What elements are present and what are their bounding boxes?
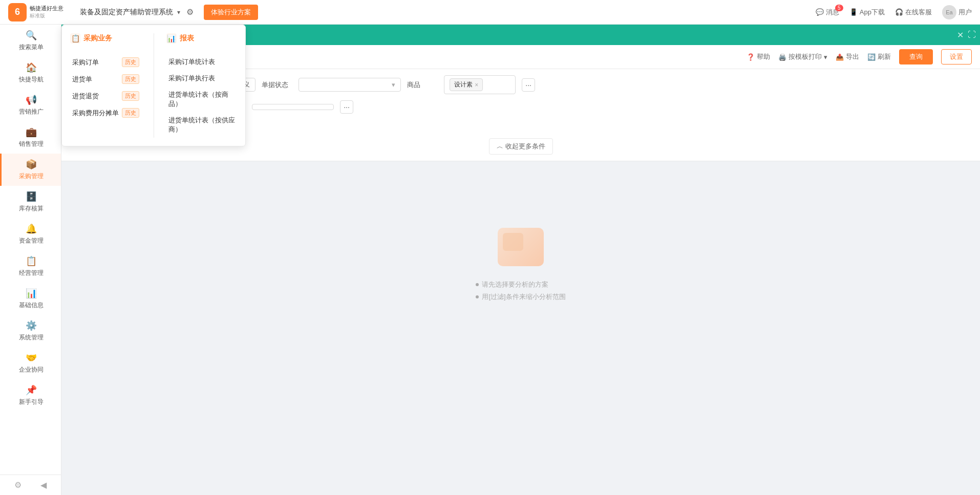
- dropdown-item-order-exec[interactable]: 采购订单执行表: [166, 70, 238, 87]
- sidebar-item-operations[interactable]: 📋 经营管理: [0, 250, 61, 283]
- system-title-dropdown[interactable]: ▾: [177, 9, 180, 16]
- inventory-icon: 🗄️: [26, 191, 37, 202]
- avatar: Ea: [942, 5, 956, 19]
- sidebar-item-label: 资金管理: [19, 236, 44, 245]
- clipboard-icon: 📋: [26, 255, 37, 267]
- message-btn[interactable]: 💬 消息 5: [816, 8, 839, 17]
- sidebar-item-label: 系统管理: [19, 333, 44, 342]
- sidebar-item-cooperation[interactable]: 🤝 企业协同: [0, 347, 61, 379]
- search-icon: 🔍: [26, 30, 37, 41]
- top-right-actions: 💬 消息 5 📱 App下载 🎧 在线客服 Ea 用户: [816, 5, 972, 19]
- dropdown-item-order-stats[interactable]: 采购订单统计表: [166, 54, 238, 70]
- report-col-icon: 📊: [166, 33, 177, 44]
- dropdown-menu: 📋 采购业务 采购订单 历史 进货单 历史 进货退货 历史 采购费用分摊单 历史: [61, 25, 246, 146]
- tab-fullscreen-icon[interactable]: ⛶: [968, 30, 976, 39]
- dropdown-item-delivery[interactable]: 进货单 历史: [70, 71, 141, 88]
- goods-more-btn[interactable]: ···: [522, 78, 535, 92]
- sidebar-item-quick-nav[interactable]: 🏠 快捷导航: [0, 57, 61, 89]
- sidebar-item-finance[interactable]: 🔔 资金管理: [0, 218, 61, 250]
- goods-tag[interactable]: 设计素 ×: [450, 78, 483, 91]
- export-icon: 📤: [836, 53, 844, 61]
- refresh-btn[interactable]: 🔄 刷新: [867, 52, 891, 61]
- dropdown-col-purchase-title: 📋 采购业务: [70, 33, 141, 48]
- salesperson-more-btn[interactable]: ···: [340, 100, 353, 114]
- sidebar-item-label: 经营管理: [19, 269, 44, 277]
- bill-status-select[interactable]: ▾: [299, 78, 401, 92]
- toolbar-right-actions: ❓ 帮助 🖨️ 按模板打印 ▾ 📤 导出 🔄 刷新: [747, 49, 972, 64]
- system-settings-icon[interactable]: ⚙: [186, 7, 194, 17]
- hint-dot-2: [476, 295, 479, 298]
- sidebar-item-label: 快捷导航: [19, 75, 44, 84]
- sidebar-collapse-btn[interactable]: ◀: [40, 480, 47, 490]
- divider: [154, 33, 154, 138]
- logo-sub: 标准版: [30, 12, 63, 19]
- dropdown-item-return[interactable]: 进货退货 历史: [70, 88, 141, 104]
- history-badge: 历史: [122, 74, 139, 84]
- bell-icon: 🔔: [26, 223, 37, 234]
- megaphone-icon: 📢: [26, 94, 37, 105]
- refresh-icon: 🔄: [867, 53, 876, 61]
- handshake-icon: 🤝: [26, 352, 37, 363]
- sidebar-item-purchase[interactable]: 📦 采购管理: [0, 154, 61, 186]
- briefcase-icon: 💼: [26, 126, 37, 138]
- goods-tag-remove-icon[interactable]: ×: [475, 81, 478, 89]
- message-icon: 💬: [816, 8, 824, 16]
- sidebar-item-base-info[interactable]: 📊 基础信息: [0, 283, 61, 315]
- headset-icon: 🎧: [895, 8, 903, 16]
- online-service-btn[interactable]: 🎧 在线客服: [895, 8, 932, 17]
- print-dropdown-icon: ▾: [824, 53, 827, 61]
- empty-hints: 请先选择要分析的方案 用[过滤]条件来缩小分析范围: [476, 280, 565, 305]
- empty-state: 请先选择要分析的方案 用[过滤]条件来缩小分析范围: [61, 161, 980, 366]
- help-icon: ❓: [747, 53, 755, 61]
- sidebar-item-label: 采购管理: [19, 172, 44, 181]
- dropdown-col-report-title: 📊 报表: [166, 33, 238, 48]
- app-download-btn[interactable]: 📱 App下载: [849, 8, 885, 17]
- goods-label: 商品: [407, 80, 438, 90]
- tab-close-window-icon[interactable]: ✕: [957, 30, 964, 40]
- logo-text: 畅捷通好生意: [30, 5, 63, 12]
- industry-btn[interactable]: 体验行业方案: [204, 5, 258, 20]
- print-template-btn[interactable]: 🖨️ 按模板打印 ▾: [778, 52, 827, 61]
- system-name: 装备及固定资产辅助管理系统: [80, 8, 173, 17]
- dropdown-item-delivery-stats-goods[interactable]: 进货单统计表（按商品）: [166, 87, 238, 112]
- empty-illustration: [490, 223, 551, 274]
- sidebar-item-search[interactable]: 🔍 搜索菜单: [0, 25, 61, 57]
- dropdown-item-delivery-stats-supplier[interactable]: 进货单统计表（按供应商）: [166, 112, 238, 138]
- settings-btn[interactable]: 设置: [941, 49, 972, 64]
- help-btn[interactable]: ❓ 帮助: [747, 52, 770, 61]
- sidebar-item-label: 营销推广: [19, 107, 44, 116]
- sidebar-item-label: 搜索菜单: [19, 43, 44, 52]
- phone-icon: 📱: [849, 8, 858, 16]
- user-menu[interactable]: Ea 用户: [942, 5, 972, 19]
- sidebar-item-inventory[interactable]: 🗄️ 库存核算: [0, 186, 61, 218]
- system-title-area: 装备及固定资产辅助管理系统 ▾ ⚙ 体验行业方案: [80, 5, 816, 20]
- dropdown-item-expense[interactable]: 采购费用分摊单 历史: [70, 104, 141, 121]
- sidebar-bottom: ⚙ ◀: [0, 475, 61, 495]
- dropdown-col-purchase: 📋 采购业务 采购订单 历史 进货单 历史 进货退货 历史 采购费用分摊单 历史: [70, 33, 141, 138]
- sidebar: 🔍 搜索菜单 🏠 快捷导航 📢 营销推广 💼 销售管理 📦 采购管理 🗄️ 库存…: [0, 25, 61, 495]
- logo-icon: 6: [8, 3, 27, 21]
- chart-icon: 📊: [26, 288, 37, 299]
- sidebar-item-sales[interactable]: 💼 销售管理: [0, 121, 61, 154]
- dropdown-item-purchase-order[interactable]: 采购订单 历史: [70, 54, 141, 71]
- sidebar-settings-btn[interactable]: ⚙: [14, 480, 22, 490]
- sidebar-item-marketing[interactable]: 📢 营销推广: [0, 89, 61, 121]
- sidebar-item-system[interactable]: ⚙️ 系统管理: [0, 315, 61, 347]
- empty-hint-1: 请先选择要分析的方案: [482, 280, 548, 289]
- salesperson-input[interactable]: [252, 104, 334, 110]
- top-bar: 6 畅捷通好生意 标准版 装备及固定资产辅助管理系统 ▾ ⚙ 体验行业方案 💬 …: [0, 0, 980, 25]
- hint-dot-1: [476, 283, 479, 286]
- sidebar-item-guide[interactable]: 📌 新手引导: [0, 379, 61, 412]
- sidebar-item-label: 企业协同: [19, 365, 44, 374]
- history-badge: 历史: [122, 108, 139, 118]
- goods-input[interactable]: 设计素 ×: [444, 75, 516, 94]
- dropdown-overlay: 📋 采购业务 采购订单 历史 进货单 历史 进货退货 历史 采购费用分摊单 历史: [61, 25, 246, 146]
- message-badge: 5: [835, 5, 843, 11]
- sidebar-item-label: 新手引导: [19, 398, 44, 406]
- export-btn[interactable]: 📤 导出: [836, 52, 859, 61]
- query-btn[interactable]: 查询: [899, 49, 933, 64]
- bill-status-dropdown-icon: ▾: [392, 81, 395, 89]
- collapse-btn[interactable]: ︿ 收起更多条件: [489, 138, 553, 155]
- sidebar-item-label: 库存核算: [19, 204, 44, 213]
- pin-icon: 📌: [26, 384, 37, 396]
